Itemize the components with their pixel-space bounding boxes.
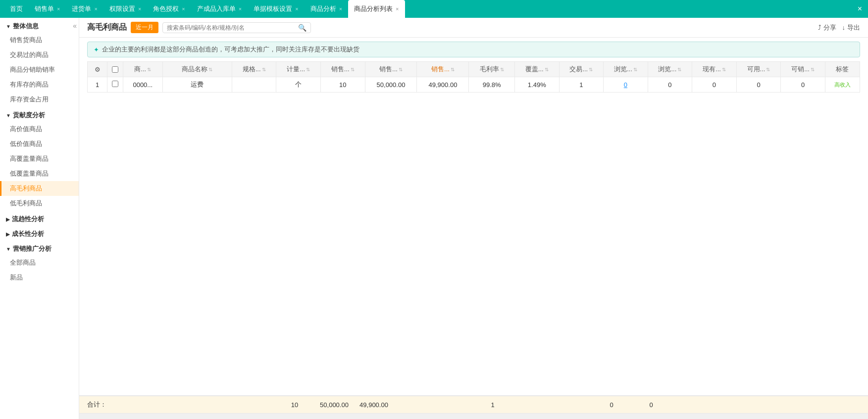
footer-current-stock: 0 [592, 401, 631, 409]
col-transaction[interactable]: 交易...⇅ [559, 62, 604, 77]
sidebar-item-low-coverage[interactable]: 低覆盖量商品 [0, 166, 79, 181]
nav-item-template[interactable]: 单据模板设置 × [248, 0, 304, 18]
col-settings[interactable]: ⚙ [88, 62, 107, 77]
search-icon[interactable]: 🔍 [298, 24, 306, 32]
select-all-checkbox[interactable] [112, 66, 118, 73]
export-button[interactable]: ↓ 导出 [842, 23, 861, 32]
cell-code: 0000... [123, 77, 163, 93]
col-coverage[interactable]: 覆盖...⇅ [515, 62, 560, 77]
close-sales-tab[interactable]: × [57, 6, 60, 12]
sidebar-item-high-coverage[interactable]: 高覆盖量商品 [0, 151, 79, 166]
close-all-icon[interactable]: × [858, 4, 862, 13]
col-spec[interactable]: 规格...⇅ [232, 62, 276, 77]
share-icon: ⤴ [818, 24, 821, 31]
col-sales-amount[interactable]: 销售...⇅ [365, 62, 417, 77]
sidebar-item-distribution-rate[interactable]: 商品分销助销率 [0, 62, 79, 77]
sidebar-item-high-margin[interactable]: 高毛利商品 [0, 181, 79, 196]
sidebar-item-traded-goods[interactable]: 交易过的商品 [0, 47, 79, 62]
time-filter-button[interactable]: 近一月 [131, 22, 158, 33]
close-purchase-tab[interactable]: × [94, 6, 97, 12]
cell-gross-margin: 99.8% [469, 77, 515, 93]
close-analysis-tab[interactable]: × [339, 6, 342, 12]
table-row: 1 0000... 运费 个 10 50,000.00 49,900.00 99… [88, 77, 860, 93]
arrow-trend: ▶ [6, 217, 10, 222]
close-template-tab[interactable]: × [295, 6, 298, 12]
sidebar-group-marketing[interactable]: ▼ 营销推广分析 [0, 240, 79, 255]
sidebar-group-contribution[interactable]: ▼ 贡献度分析 [0, 107, 79, 122]
sidebar-item-stock-capital[interactable]: 库存资金占用 [0, 92, 79, 107]
nav-item-role[interactable]: 角色授权 × [147, 0, 191, 18]
col-sales-cost[interactable]: 销售...⇅ [417, 62, 469, 77]
horizontal-scrollbar[interactable] [79, 413, 868, 419]
sidebar-item-low-margin[interactable]: 低毛利商品 [0, 196, 79, 211]
cell-sales-amount: 50,000.00 [365, 77, 417, 93]
nav-item-product-in[interactable]: 产成品入库单 × [191, 0, 248, 18]
export-icon: ↓ [842, 24, 846, 31]
footer-available: 0 [631, 401, 671, 409]
arrow-overall: ▼ [6, 24, 11, 29]
col-checkbox [107, 62, 123, 77]
sidebar-group-trend[interactable]: ▶ 流趋性分析 [0, 211, 79, 226]
nav-item-permission[interactable]: 权限设置 × [103, 0, 147, 18]
close-permission-tab[interactable]: × [138, 6, 141, 12]
sidebar-item-all-goods[interactable]: 全部商品 [0, 255, 79, 270]
sidebar-collapse-button[interactable]: « [73, 22, 77, 30]
col-browse1[interactable]: 浏览...⇅ [604, 62, 648, 77]
col-saleable[interactable]: 可销...⇅ [781, 62, 825, 77]
table-header-row: ⚙ 商...⇅ 商品名称⇅ 规格...⇅ 计量...⇅ 销售...⇅ 销售...… [88, 62, 860, 77]
cell-coverage: 1.49% [515, 77, 560, 93]
share-button[interactable]: ⤴ 分享 [818, 23, 836, 32]
info-icon: ✦ [94, 46, 99, 53]
footer-label: 合计： [87, 400, 106, 409]
sidebar-item-high-value[interactable]: 高价值商品 [0, 122, 79, 137]
col-sales-count[interactable]: 销售...⇅ [320, 62, 365, 77]
footer-sales-count: 10 [275, 401, 314, 409]
search-input[interactable] [167, 24, 298, 31]
col-code[interactable]: 商...⇅ [123, 62, 163, 77]
arrow-contribution: ▼ [6, 113, 11, 118]
cell-checkbox [107, 77, 123, 93]
col-browse2[interactable]: 浏览...⇅ [648, 62, 692, 77]
cell-browse1[interactable]: 0 [604, 77, 648, 93]
sidebar: « ▼ 整体信息 销售货商品 交易过的商品 商品分销助销率 有库存的商品 库存资… [0, 18, 79, 419]
cell-sales-count: 10 [320, 77, 365, 93]
col-gross-margin[interactable]: 毛利率⇅ [469, 62, 515, 77]
cell-tag: 高收入 [825, 77, 860, 93]
arrow-growth: ▶ [6, 232, 10, 237]
cell-browse2: 0 [648, 77, 692, 93]
footer-sales-cost: 49,900.00 [354, 401, 394, 409]
cell-unit: 个 [276, 77, 321, 93]
close-product-in-tab[interactable]: × [239, 6, 242, 12]
col-unit[interactable]: 计量...⇅ [276, 62, 321, 77]
sidebar-item-low-value[interactable]: 低价值商品 [0, 137, 79, 151]
close-role-tab[interactable]: × [182, 6, 185, 12]
col-available[interactable]: 可用...⇅ [736, 62, 781, 77]
sidebar-group-growth[interactable]: ▶ 成长性分析 [0, 226, 79, 240]
col-current-stock[interactable]: 现有...⇅ [692, 62, 737, 77]
data-table: ⚙ 商...⇅ 商品名称⇅ 规格...⇅ 计量...⇅ 销售...⇅ 销售...… [87, 61, 860, 93]
cell-saleable: 0 [781, 77, 825, 93]
search-input-wrap: 🔍 [162, 22, 311, 33]
cell-spec [232, 77, 276, 93]
nav-item-purchase[interactable]: 进货单 × [66, 0, 103, 18]
cell-name: 运费 [162, 77, 232, 93]
content-header: 高毛利商品 近一月 🔍 ⤴ 分享 ↓ 导出 [79, 18, 868, 38]
info-banner: ✦ 企业的主要的利润都是这部分商品创造的，可考虑加大推广，同时关注库存是不要出现… [87, 42, 860, 57]
sidebar-item-new-goods[interactable]: 新品 [0, 270, 79, 285]
nav-item-sales[interactable]: 销售单 × [29, 0, 66, 18]
sidebar-item-sales-goods[interactable]: 销售货商品 [0, 33, 79, 47]
col-name[interactable]: 商品名称⇅ [162, 62, 232, 77]
close-analysis-list-tab[interactable]: × [396, 6, 399, 12]
nav-item-analysis-list[interactable]: 商品分析列表 × [348, 0, 405, 18]
cell-current-stock: 0 [692, 77, 737, 93]
page-title: 高毛利商品 [87, 22, 127, 33]
row-checkbox[interactable] [112, 81, 118, 87]
footer-sales-amount: 50,000.00 [314, 401, 354, 409]
footer-transaction: 1 [473, 401, 512, 409]
sidebar-group-overall[interactable]: ▼ 整体信息 [0, 18, 79, 33]
sidebar-item-in-stock[interactable]: 有库存的商品 [0, 77, 79, 92]
content-area: 高毛利商品 近一月 🔍 ⤴ 分享 ↓ 导出 ✦ 企业的主要的利润都是这部分商品创… [79, 18, 868, 419]
nav-item-analysis[interactable]: 商品分析 × [305, 0, 348, 18]
nav-item-home[interactable]: 首页 [4, 0, 29, 18]
top-nav-bar: 首页 销售单 × 进货单 × 权限设置 × 角色授权 × 产成品入库单 × 单据… [0, 0, 868, 18]
